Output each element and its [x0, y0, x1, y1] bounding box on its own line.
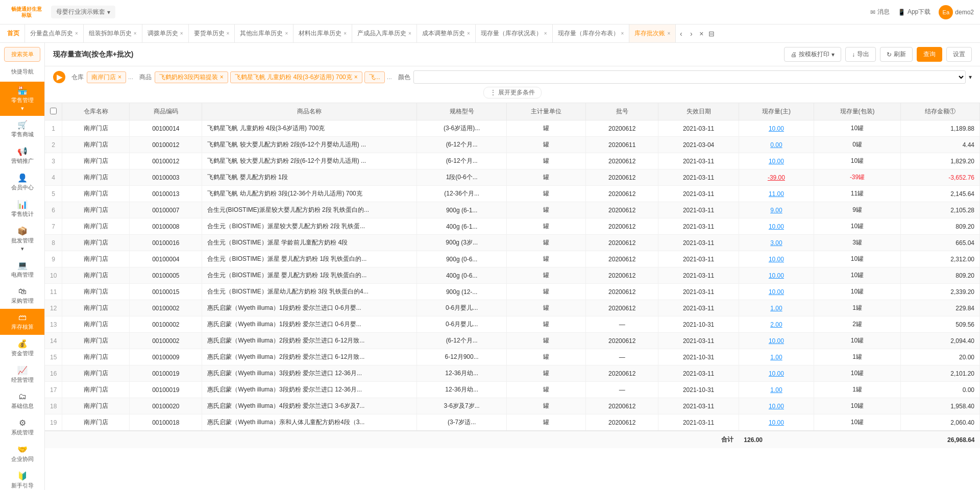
row-qty[interactable]: 2.00: [739, 316, 814, 333]
color-select[interactable]: [413, 70, 966, 84]
tab-menu-button[interactable]: ⊟: [706, 24, 717, 43]
print-button[interactable]: 🖨 按模板打印 ▾: [784, 47, 841, 62]
row-qty[interactable]: 3.00: [739, 235, 814, 251]
row-expiry: 2021-10-31: [658, 316, 739, 333]
search-menu-button[interactable]: 搜索英单: [4, 47, 40, 62]
tab-xiancun2[interactable]: 现存量（库存分布表） ×: [553, 24, 630, 43]
query-button[interactable]: 查询: [917, 47, 942, 62]
table-body: 1 南岸门店 00100014 飞鹤星飞帆 儿童奶粉 4段(3-6岁适用) 70…: [45, 120, 980, 431]
tab-next-button[interactable]: ›: [686, 24, 696, 43]
row-expiry: 2021-03-04: [658, 137, 739, 153]
tab-qitachuku[interactable]: 其他出库单历史 ×: [235, 24, 293, 43]
sidebar-item-jichuxx[interactable]: 🗂 基础信息: [0, 388, 44, 414]
row-qty[interactable]: 10.00: [739, 333, 814, 349]
dianshangguan-icon: 💻: [17, 260, 28, 270]
row-qty[interactable]: 1.00: [739, 382, 814, 398]
sidebar-item-lingshouguanli[interactable]: 🏪 零售管理 ▾: [0, 82, 44, 116]
warehouse-tag-close[interactable]: ×: [118, 74, 121, 81]
tab-qitachuku-close[interactable]: ×: [285, 31, 288, 36]
tab-chenben-close[interactable]: ×: [467, 31, 470, 36]
tab-xiancun1[interactable]: 现存量（库存状况表） ×: [476, 24, 553, 43]
row-qty[interactable]: -39.00: [739, 169, 814, 186]
tab-prev-button[interactable]: ‹: [676, 24, 686, 43]
tab-yaohuo-label: 要货单历史: [194, 29, 225, 38]
lingshoutj-icon: 📊: [17, 200, 28, 209]
refresh-button[interactable]: ↻ 刷新: [880, 47, 913, 62]
row-qty[interactable]: 11.00: [739, 186, 814, 202]
sidebar-item-caigouguan[interactable]: 🛍 采购管理: [0, 283, 44, 309]
tab-home[interactable]: 首页: [2, 24, 25, 43]
tab-close-all-button[interactable]: ×: [696, 24, 706, 43]
row-warehouse: 南岸门店: [62, 186, 130, 202]
user-avatar-button[interactable]: Ea demo2: [939, 5, 974, 19]
row-qty[interactable]: 0.00: [739, 137, 814, 153]
sidebar-item-huiyuan[interactable]: 👤 会员中心: [0, 169, 44, 195]
product-tag-3: 飞...: [364, 71, 385, 83]
row-qty[interactable]: 10.00: [739, 120, 814, 137]
row-qty[interactable]: 10.00: [739, 251, 814, 267]
filter-expand-button[interactable]: ⋮ 展开更多条件: [483, 87, 541, 99]
sidebar-item-jingyingguan[interactable]: 📈 经营管理: [0, 361, 44, 388]
sidebar-item-dianshangguan[interactable]: 💻 电商管理: [0, 256, 44, 283]
select-all-checkbox[interactable]: [50, 108, 57, 114]
filter-area: ▶ 仓库 南岸门店 × ... 商品 飞鹤奶粉3段: [45, 66, 980, 103]
row-spec: 12-36月幼...: [416, 365, 506, 382]
row-pkg-qty: 10罐: [814, 218, 901, 235]
tab-yaohuo-close[interactable]: ×: [227, 31, 230, 36]
tab-fenliang[interactable]: 分量盘点单历史 ×: [25, 24, 84, 43]
tab-yaohuo[interactable]: 要货单历史 ×: [189, 24, 235, 43]
sidebar-item-lingshoutj[interactable]: 📊 零售统计: [0, 195, 44, 222]
filter-toggle-button[interactable]: ▶: [53, 71, 65, 83]
row-qty[interactable]: 10.00: [739, 218, 814, 235]
tab-kucunpicizh[interactable]: 库存批次账 ×: [629, 24, 676, 43]
row-qty[interactable]: 1.00: [739, 349, 814, 365]
row-qty[interactable]: 10.00: [739, 284, 814, 300]
warehouse-filter-label: 仓库: [71, 73, 84, 82]
tab-chenben[interactable]: 成本调整单历史 ×: [417, 24, 476, 43]
tab-chanchenpin[interactable]: 产成品入库单历史 ×: [352, 24, 417, 43]
tab-zuzhuang-close[interactable]: ×: [134, 31, 137, 36]
sidebar-item-lingshoucheng[interactable]: 🛒 零售商城: [0, 116, 44, 142]
app-download-button[interactable]: 📱 App下载: [898, 8, 930, 16]
tab-diaobo[interactable]: 调拨单历史 ×: [142, 24, 189, 43]
tab-diaobo-close[interactable]: ×: [180, 31, 183, 36]
tab-cailiao-close[interactable]: ×: [344, 31, 347, 36]
row-qty[interactable]: 9.00: [739, 202, 814, 218]
message-button[interactable]: ✉ 消息: [870, 8, 890, 16]
row-qty[interactable]: 10.00: [739, 153, 814, 169]
sidebar-item-qiyexieton[interactable]: 🤝 企业协同: [0, 440, 44, 467]
sidebar-item-pifaguanli[interactable]: 📦 批发管理 ▾: [0, 222, 44, 256]
sidebar-item-zijinguan[interactable]: 💰 资金管理: [0, 335, 44, 361]
table-row: 18 南岸门店 00100020 惠氏启蒙（Wyeth illuma）4段奶粉 …: [45, 398, 980, 414]
row-qty[interactable]: 10.00: [739, 414, 814, 431]
row-unit: 罐: [507, 267, 586, 284]
row-warehouse: 南岸门店: [62, 169, 130, 186]
sidebar-item-kucunhesuan[interactable]: 🗃 库存核算: [0, 309, 44, 335]
product-tag-2-close[interactable]: ×: [354, 74, 358, 81]
export-button[interactable]: ↓ 导出: [845, 47, 876, 62]
tab-xiancun2-close[interactable]: ×: [621, 31, 624, 36]
tab-xiancun1-close[interactable]: ×: [544, 31, 547, 36]
breadcrumb-selector[interactable]: 母婴行业演示账套 ▾: [51, 6, 115, 18]
row-qty[interactable]: 1.00: [739, 300, 814, 316]
row-qty[interactable]: 10.00: [739, 267, 814, 284]
tab-chanchenpin-close[interactable]: ×: [408, 31, 411, 36]
row-warehouse: 南岸门店: [62, 284, 130, 300]
row-expiry: 2021-10-31: [658, 349, 739, 365]
tab-cailiao[interactable]: 材料出库单历史 ×: [293, 24, 352, 43]
row-spec: 0-6月婴儿...: [416, 316, 506, 333]
refresh-label: 刷新: [894, 50, 906, 59]
tab-zuzhuang[interactable]: 组装拆卸单历史 ×: [84, 24, 142, 43]
row-qty[interactable]: 10.00: [739, 365, 814, 382]
product-tag-1-close[interactable]: ×: [220, 74, 224, 81]
tab-fenliang-close[interactable]: ×: [75, 31, 78, 36]
sidebar-item-xinshouyindao[interactable]: 🔰 新手引导: [0, 467, 44, 490]
warehouse-tags: 南岸门店 × ...: [87, 71, 133, 83]
row-qty[interactable]: 10.00: [739, 398, 814, 414]
tab-kucunpicizh-close[interactable]: ×: [667, 31, 670, 36]
sidebar-item-yingxiao[interactable]: 📢 营销推广: [0, 142, 44, 169]
quick-nav-button[interactable]: 快捷导航: [0, 66, 44, 78]
sidebar-item-xitongguan[interactable]: ⚙ 系统管理: [0, 414, 44, 440]
setting-button[interactable]: 设置: [946, 47, 972, 62]
row-no: 13: [45, 316, 62, 333]
